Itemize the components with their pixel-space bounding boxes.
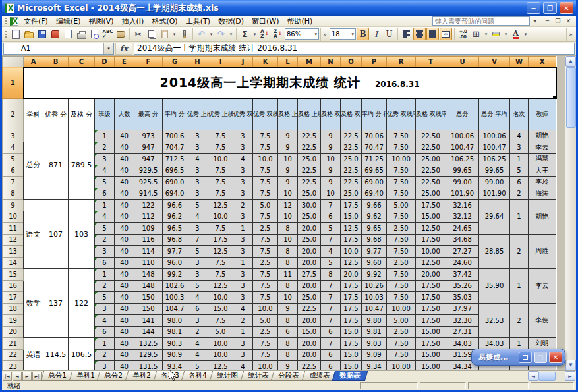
cell[interactable]: 7.5 (208, 188, 233, 200)
cell[interactable]: 7.5 (253, 246, 278, 258)
cell[interactable]: 12.5 (208, 246, 233, 258)
column-header-T[interactable]: T (416, 57, 446, 67)
cell[interactable]: 150 (134, 292, 163, 304)
cell[interactable]: 5 (321, 223, 341, 235)
cell[interactable]: 40 (115, 154, 134, 165)
cell[interactable]: 15.0 (208, 303, 233, 315)
vertical-scrollbar[interactable]: ▲ ▼ (565, 56, 576, 370)
cell[interactable]: 20.0 (298, 315, 321, 327)
insert-function-icon[interactable]: fx (115, 43, 132, 55)
row-header-21[interactable]: 21 (3, 338, 24, 350)
cell[interactable]: 40 (115, 130, 134, 142)
cell[interactable]: 7 (321, 338, 341, 350)
align-left-icon[interactable] (400, 28, 413, 40)
menu-item-8[interactable]: 帮助(H) (283, 16, 317, 27)
cell[interactable]: 17.50 (416, 292, 446, 304)
column-header-L[interactable]: L (278, 57, 298, 67)
redo-dropdown-icon[interactable]: ▾ (228, 28, 234, 40)
cell[interactable]: 2 (95, 142, 115, 154)
cell[interactable]: 1 (510, 269, 529, 304)
cell[interactable]: 6 (321, 361, 341, 371)
workbook-icon[interactable]: X (10, 17, 18, 26)
cell[interactable]: 12.5 (208, 361, 233, 371)
cell[interactable]: 40 (115, 177, 134, 188)
cell[interactable]: 胡艳 (529, 130, 556, 142)
sheet-tab-数据表[interactable]: 数据表 (332, 371, 368, 381)
cell[interactable]: 5 (95, 292, 115, 304)
horizontal-scrollbar[interactable]: ◄ ► (528, 371, 576, 381)
cell[interactable]: 3 (233, 188, 253, 200)
cell[interactable]: 2.5 (253, 223, 278, 235)
header-cell[interactable]: 人数 (115, 99, 134, 130)
open-icon[interactable] (22, 28, 35, 40)
cell[interactable]: 3 (233, 177, 253, 188)
cell[interactable]: 4 (187, 154, 208, 165)
cell[interactable]: 3 (233, 292, 253, 304)
column-header-M[interactable]: M (298, 57, 321, 67)
header-cell[interactable]: 及格 双线 率/% (341, 99, 362, 130)
cell[interactable]: 3 (233, 349, 253, 361)
cell[interactable]: 15.0 (298, 326, 321, 338)
cell[interactable]: 1 (95, 200, 115, 211)
cell[interactable]: 17.5 (341, 280, 362, 292)
cell[interactable]: 40 (115, 269, 134, 281)
cell[interactable]: 694.0 (163, 188, 187, 200)
cell[interactable]: 17.50 (416, 234, 446, 246)
first-sheet-icon[interactable]: |◄ (3, 372, 12, 381)
title-cell[interactable]: 2014级高一上学期期末成绩 统计2016.8.31 (24, 67, 556, 99)
cell[interactable]: 4 (187, 292, 208, 304)
cell[interactable]: 20.0 (298, 246, 321, 258)
cell[interactable]: 6 (278, 326, 298, 338)
cell[interactable]: 7.5 (253, 280, 278, 292)
header-cell[interactable]: 及格 上线 人数 (278, 99, 298, 130)
column-header-X[interactable]: X (529, 57, 556, 67)
cell[interactable]: 9.66 (362, 200, 387, 211)
cell[interactable]: 2.50 (387, 257, 416, 269)
cell[interactable]: 7.50 (387, 349, 416, 361)
zoom-control[interactable]: 86% ▾ (285, 28, 319, 40)
cell[interactable]: 22.5 (341, 177, 362, 188)
cell[interactable]: 10.00 (387, 154, 416, 165)
cell[interactable]: 30.0 (298, 200, 321, 211)
row-header-23[interactable]: 23 (3, 361, 24, 371)
cell[interactable]: 6 (321, 326, 341, 338)
row-header-5[interactable]: 5 (3, 154, 24, 165)
cell[interactable]: 2 (510, 303, 529, 338)
cell[interactable]: 10 (278, 188, 298, 200)
cell[interactable]: 8 (321, 269, 341, 281)
menu-item-7[interactable]: 窗口(W) (248, 16, 283, 27)
cell[interactable]: 3 (233, 165, 253, 177)
cell[interactable]: 69.00 (362, 177, 387, 188)
cell[interactable]: 20.00 (416, 269, 446, 281)
cell[interactable]: 141 (134, 315, 163, 327)
spelling-icon[interactable]: ABC✔ (101, 28, 114, 40)
column-header-V[interactable]: V (479, 57, 510, 67)
cell[interactable]: 7 (321, 234, 341, 246)
column-header-J[interactable]: J (233, 57, 253, 67)
column-header-O[interactable]: O (341, 57, 362, 67)
cell[interactable]: 22.5 (298, 361, 321, 371)
workbook-close-icon[interactable]: ✕ (564, 16, 573, 26)
cell[interactable]: 40 (115, 280, 134, 292)
cell[interactable]: 2 (233, 315, 253, 327)
cell[interactable]: 7.5 (208, 269, 233, 281)
column-header-U[interactable]: U (446, 57, 479, 67)
row-header-15[interactable]: 15 (3, 269, 24, 281)
cell[interactable]: 40 (115, 349, 134, 361)
cell[interactable]: 22.50 (416, 130, 446, 142)
email-icon[interactable] (62, 28, 74, 40)
cell[interactable]: 9.68 (362, 234, 387, 246)
menu-item-0[interactable]: 文件(F) (20, 16, 52, 27)
help-input[interactable] (432, 16, 530, 26)
toolbar-options-icon[interactable]: » (320, 28, 329, 41)
row-header-20[interactable]: 20 (3, 326, 24, 338)
cell[interactable]: 96.8 (163, 234, 187, 246)
cell[interactable]: 2.5 (253, 257, 278, 269)
cell[interactable]: 7.50 (387, 130, 416, 142)
cell[interactable]: 15.00 (416, 326, 446, 338)
cell[interactable]: 3 (233, 234, 253, 246)
column-header-B[interactable]: B (43, 57, 69, 67)
row-header-8[interactable]: 8 (3, 188, 24, 200)
cell[interactable]: 1 (510, 200, 529, 235)
cell[interactable]: 8 (278, 223, 298, 235)
